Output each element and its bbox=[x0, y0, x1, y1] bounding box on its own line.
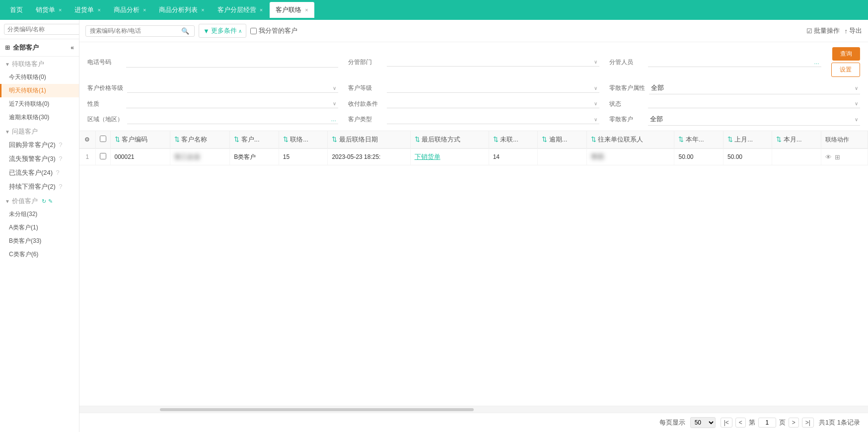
close-icon[interactable]: × bbox=[201, 7, 204, 13]
type-select[interactable]: ∨ bbox=[387, 115, 599, 124]
filter-icon: ▼ bbox=[203, 27, 210, 35]
sort-icon[interactable]: ⇅ bbox=[678, 136, 684, 143]
sidebar-item-c-class[interactable]: C类客户(6) bbox=[0, 248, 79, 261]
cell-last-date: 2023-05-23 18:25: bbox=[328, 148, 410, 165]
search-input[interactable] bbox=[90, 27, 179, 34]
filter-region-row: 区域（地区） … bbox=[87, 113, 338, 126]
sort-icon[interactable]: ⇅ bbox=[415, 136, 420, 143]
qr-icon[interactable]: ⊞ bbox=[835, 153, 840, 161]
cell-overdue bbox=[538, 148, 587, 165]
payment-select[interactable]: ∨ bbox=[387, 99, 599, 108]
sort-icon[interactable]: ⇅ bbox=[591, 136, 596, 143]
sidebar-item-tomorrow[interactable]: 明天待联络(1) bbox=[0, 84, 79, 97]
sort-icon[interactable]: ⇅ bbox=[493, 136, 499, 143]
export-btn[interactable]: ↑ 导出 bbox=[845, 26, 863, 35]
sidebar-group-pending[interactable]: ▼ 待联络客户 bbox=[0, 57, 79, 71]
toolbar: 🔍 ▼ 更多条件 ∧ 我分管的客户 ☑ 批量操作 ↑ 导出 bbox=[79, 20, 868, 42]
eye-icon[interactable]: 👁 bbox=[825, 153, 832, 161]
close-icon[interactable]: × bbox=[143, 7, 146, 13]
batch-operation-btn[interactable]: ☑ 批量操作 bbox=[806, 26, 840, 35]
last-page-btn[interactable]: >| bbox=[802, 418, 814, 428]
sidebar-item-b-class[interactable]: B类客户(33) bbox=[0, 234, 79, 248]
filter-payment-row: 收付款条件 ∨ bbox=[348, 99, 599, 108]
grade-select[interactable]: ∨ bbox=[387, 84, 599, 93]
region-select[interactable]: … bbox=[127, 115, 338, 124]
data-table-wrapper: ⚙ ⇅ 客户编码 ⇅ 客户名称 ⇅ 客户... bbox=[79, 131, 868, 406]
row-checkbox[interactable] bbox=[100, 153, 106, 159]
sidebar-all-customers[interactable]: ⊞ 全部客户 « bbox=[0, 39, 79, 57]
sort-icon[interactable]: ⇅ bbox=[542, 136, 547, 143]
sort-icon[interactable]: ⇅ bbox=[115, 136, 120, 143]
sort-icon[interactable]: ⇅ bbox=[174, 136, 180, 143]
person-select[interactable]: … bbox=[648, 58, 821, 67]
sort-icon[interactable]: ⇅ bbox=[234, 136, 239, 143]
table-header-row: ⚙ ⇅ 客户编码 ⇅ 客户名称 ⇅ 客户... bbox=[79, 131, 868, 148]
sidebar-item-7days[interactable]: 近7天待联络(0) bbox=[0, 97, 79, 111]
scroll-thumb[interactable] bbox=[160, 408, 474, 411]
sidebar-item-churn-warning[interactable]: 流失预警客户(3) ? bbox=[0, 152, 79, 166]
close-icon[interactable]: × bbox=[260, 7, 263, 13]
per-page-select[interactable]: 50 100 200 bbox=[690, 417, 716, 428]
nav-tab-customersegment[interactable]: 客户分层经营 × bbox=[212, 2, 269, 18]
query-button[interactable]: 查询 bbox=[832, 47, 860, 61]
phone-label: 电话号码 bbox=[87, 58, 122, 67]
sidebar-item-a-class[interactable]: A类客户(1) bbox=[0, 221, 79, 234]
table-row: 1 000021 张三企业 B类客户 15 2023-05-23 18:25: … bbox=[79, 148, 868, 165]
retail-attr-select[interactable]: 全部 ∨ bbox=[649, 82, 860, 94]
search-icon[interactable]: 🔍 bbox=[181, 27, 189, 35]
close-icon[interactable]: × bbox=[59, 7, 62, 13]
nav-tab-productanalysis[interactable]: 商品分析 × bbox=[108, 2, 152, 18]
nav-tab-productlist[interactable]: 商品分析列表 × bbox=[153, 2, 210, 18]
col-this-month: ⇅ 本月... bbox=[772, 131, 821, 148]
type-label: 客户类型 bbox=[348, 115, 383, 124]
checkbox-col-header[interactable] bbox=[95, 131, 110, 148]
col-contact-count: ⇅ 联络... bbox=[279, 131, 328, 148]
sidebar-item-today[interactable]: 今天待联络(0) bbox=[0, 71, 79, 84]
col-not-contacted: ⇅ 未联... bbox=[489, 131, 538, 148]
close-icon[interactable]: × bbox=[305, 7, 308, 13]
settings-col-header[interactable]: ⚙ bbox=[79, 131, 95, 148]
nav-tab-purchaseorder[interactable]: 进货单 × bbox=[69, 2, 106, 18]
chevron-down-icon: ∨ bbox=[855, 117, 858, 122]
status-select[interactable]: ∨ bbox=[648, 99, 860, 108]
sort-icon[interactable]: ⇅ bbox=[776, 136, 782, 143]
nav-tab-customercontact[interactable]: 客户联络 × bbox=[270, 2, 314, 18]
sidebar-item-abnormal[interactable]: 回购异常客户(2) ? bbox=[0, 138, 79, 152]
horizontal-scrollbar[interactable] bbox=[79, 406, 868, 413]
filter-status-row: 状态 ∨ bbox=[609, 99, 860, 108]
sidebar-item-ungrouped[interactable]: 未分组(32) bbox=[0, 208, 79, 221]
retail-select[interactable]: 全部 ∨ bbox=[648, 113, 860, 126]
sidebar-item-declining[interactable]: 持续下滑客户(2) ? bbox=[0, 180, 79, 194]
sidebar-group-value[interactable]: ▼ 价值客户 ↻ ✎ bbox=[0, 194, 79, 208]
nature-select[interactable]: ∨ bbox=[126, 99, 338, 108]
edit-icon[interactable]: ✎ bbox=[48, 198, 53, 205]
sidebar-search-input[interactable] bbox=[4, 24, 79, 35]
chevron-down-icon: ∨ bbox=[333, 101, 336, 106]
nav-home[interactable]: 首页 bbox=[4, 3, 29, 16]
page-number-input[interactable] bbox=[758, 418, 776, 428]
reset-button[interactable]: 设置 bbox=[831, 63, 860, 77]
last-method-link[interactable]: 下销货单 bbox=[415, 153, 440, 160]
refresh-icon[interactable]: ↻ bbox=[42, 198, 46, 205]
more-conditions-btn[interactable]: ▼ 更多条件 ∧ bbox=[199, 24, 246, 38]
dept-select[interactable]: ∨ bbox=[387, 58, 599, 67]
select-all-checkbox[interactable] bbox=[100, 136, 106, 142]
my-customers-checkbox[interactable]: 我分管的客户 bbox=[250, 26, 297, 35]
phone-input[interactable] bbox=[126, 57, 338, 68]
sidebar-item-overdue[interactable]: 逾期未联络(30) bbox=[0, 111, 79, 124]
first-page-btn[interactable]: |< bbox=[721, 418, 732, 428]
price-select[interactable]: ∨ bbox=[127, 84, 338, 93]
more-icon[interactable]: … bbox=[814, 59, 819, 65]
close-icon[interactable]: × bbox=[97, 7, 100, 13]
next-page-btn[interactable]: > bbox=[789, 418, 799, 428]
sidebar-item-churned[interactable]: 已流失客户(24) ? bbox=[0, 166, 79, 180]
sort-icon[interactable]: ⇅ bbox=[283, 136, 289, 143]
more-icon[interactable]: … bbox=[331, 116, 336, 122]
prev-page-btn[interactable]: < bbox=[735, 418, 746, 428]
my-customers-check[interactable] bbox=[250, 28, 257, 34]
sort-icon[interactable]: ⇅ bbox=[727, 136, 733, 143]
sidebar-group-problem[interactable]: ▼ 问题客户 bbox=[0, 124, 79, 138]
nav-tab-salesorder[interactable]: 销货单 × bbox=[30, 2, 68, 18]
collapse-icon[interactable]: « bbox=[71, 44, 74, 51]
sort-icon[interactable]: ⇅ bbox=[332, 136, 337, 143]
